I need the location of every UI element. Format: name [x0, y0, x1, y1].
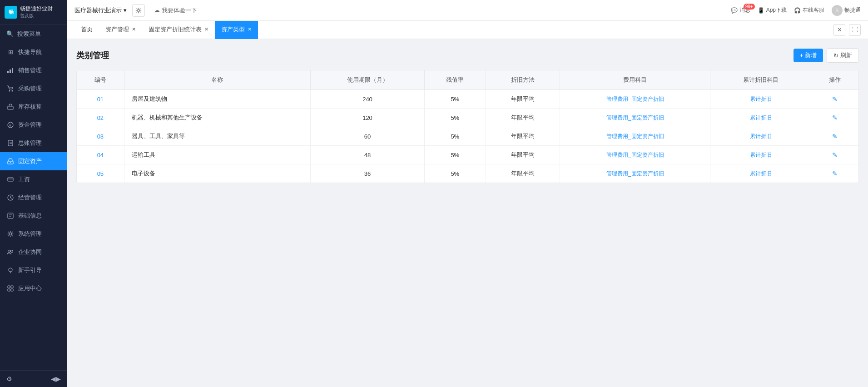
svg-rect-24 — [11, 286, 13, 288]
cell-expense: 管理费用_固定资产折旧 — [560, 90, 710, 109]
settings-gear-button[interactable] — [132, 4, 145, 17]
cell-accum: 累计折旧 — [710, 146, 811, 164]
sidebar-item-capital[interactable]: ¥ 资金管理 — [0, 116, 67, 134]
col-period: 使用期限（月） — [310, 70, 424, 90]
settings-bottom-icon[interactable]: ⚙ — [6, 375, 12, 382]
sidebar-item-wages[interactable]: 工资 — [0, 170, 67, 189]
search-menu[interactable]: 🔍 搜索菜单 — [0, 25, 67, 43]
sidebar-item-sales[interactable]: 销售管理 — [0, 61, 67, 79]
sidebar-item-operations[interactable]: 经营管理 — [0, 189, 67, 207]
sidebar-item-label: 资金管理 — [18, 121, 42, 129]
sidebar-item-purchase[interactable]: 采购管理 — [0, 79, 67, 98]
cell-period: 36 — [310, 164, 424, 183]
sidebar-item-label: 销售管理 — [18, 66, 42, 74]
online-service-button[interactable]: 🎧 在线客服 — [794, 6, 824, 14]
svg-point-4 — [12, 90, 13, 91]
sidebar: 畅 畅捷通好业财 普及版 🔍 搜索菜单 ⊞ 快捷导航 销售管理 采购管理 — [0, 0, 67, 387]
category-table-container: 编号 名称 使用期限（月） 残值率 折旧方法 费用科目 累计折旧科目 操作 01… — [76, 70, 859, 183]
cell-residual: 5% — [425, 127, 486, 146]
sidebar-item-guide[interactable]: 新手引导 — [0, 261, 67, 279]
edit-icon[interactable]: ✎ — [832, 114, 838, 121]
sidebar-item-basic-info[interactable]: 基础信息 — [0, 207, 67, 225]
tab-asset-mgmt-close[interactable]: ✕ — [132, 26, 136, 32]
app-logo: 畅 畅捷通好业财 普及版 — [0, 0, 67, 25]
header-right: 💬 消息 99+ 📱 App下载 🎧 在线客服 人 畅捷通 — [731, 5, 861, 16]
cell-method: 年限平均 — [486, 164, 560, 183]
cell-expense: 管理费用_固定资产折旧 — [560, 146, 710, 164]
sidebar-item-label: 企业协同 — [18, 248, 42, 256]
sidebar-item-system[interactable]: 系统管理 — [0, 225, 67, 243]
svg-rect-16 — [8, 213, 13, 218]
cell-residual: 5% — [425, 164, 486, 183]
cell-method: 年限平均 — [486, 146, 560, 164]
sidebar-item-ledger[interactable]: 总账管理 — [0, 134, 67, 152]
tab-asset-mgmt[interactable]: 资产管理 ✕ — [99, 21, 142, 39]
experience-button[interactable]: ☁ 我要体验一下 — [154, 6, 197, 15]
cell-operation[interactable]: ✎ — [811, 164, 858, 183]
cell-expense: 管理费用_固定资产折旧 — [560, 109, 710, 127]
tab-close-button[interactable]: ✕ — [833, 24, 845, 36]
sidebar-item-app-center[interactable]: 应用中心 — [0, 279, 67, 298]
edit-icon[interactable]: ✎ — [832, 151, 838, 159]
refresh-button[interactable]: ↻ 刷新 — [827, 48, 859, 63]
sidebar-bottom: ⚙ ◀▶ — [0, 370, 67, 387]
edit-icon[interactable]: ✎ — [832, 170, 838, 177]
cell-code: 01 — [77, 90, 124, 109]
sidebar-item-label: 总账管理 — [18, 139, 42, 147]
cell-expense: 管理费用_固定资产折旧 — [560, 164, 710, 183]
cell-operation[interactable]: ✎ — [811, 127, 858, 146]
tab-bar: 首页 资产管理 ✕ 固定资产折旧统计表 ✕ 资产类型 ✕ ✕ ⛶ — [67, 21, 868, 39]
sidebar-item-label: 系统管理 — [18, 230, 42, 238]
collapse-icon[interactable]: ◀▶ — [51, 375, 61, 382]
tab-depreciation-table-label: 固定资产折旧统计表 — [149, 25, 202, 34]
cell-operation[interactable]: ✎ — [811, 146, 858, 164]
messages-badge: 99+ — [744, 4, 755, 10]
tab-controls: ✕ ⛶ — [833, 24, 861, 36]
sidebar-item-label: 经营管理 — [18, 194, 42, 202]
svg-rect-23 — [8, 286, 10, 288]
edit-icon[interactable]: ✎ — [832, 95, 838, 103]
sidebar-item-inventory[interactable]: 库存核算 — [0, 98, 67, 116]
sidebar-item-enterprise[interactable]: 企业协同 — [0, 243, 67, 261]
messages-button[interactable]: 💬 消息 99+ — [731, 6, 750, 14]
edit-icon[interactable]: ✎ — [832, 133, 838, 140]
table-row: 05 电子设备 36 5% 年限平均 管理费用_固定资产折旧 累计折旧 ✎ — [77, 164, 858, 183]
cell-accum: 累计折旧 — [710, 109, 811, 127]
chevron-down-icon: ▾ — [124, 7, 127, 14]
quick-nav-icon: ⊞ — [6, 48, 15, 56]
tab-depreciation-table-close[interactable]: ✕ — [204, 26, 208, 32]
app-center-icon — [6, 284, 15, 293]
sidebar-item-quick-nav[interactable]: ⊞ 快捷导航 — [0, 43, 67, 61]
sidebar-item-fixed-assets[interactable]: 固定资产 — [0, 152, 67, 170]
sales-icon — [6, 66, 15, 74]
cell-residual: 5% — [425, 146, 486, 164]
svg-rect-5 — [8, 106, 13, 109]
svg-point-22 — [9, 268, 12, 272]
tab-maximize-button[interactable]: ⛶ — [849, 24, 861, 36]
industry-label: 医疗器械行业演示 — [74, 6, 122, 15]
table-header-row: 编号 名称 使用期限（月） 残值率 折旧方法 费用科目 累计折旧科目 操作 — [77, 70, 858, 90]
cell-operation[interactable]: ✎ — [811, 109, 858, 127]
cell-code: 02 — [77, 109, 124, 127]
user-menu[interactable]: 人 畅捷通 — [832, 5, 861, 16]
page-title-row: 类别管理 + 新增 ↻ 刷新 — [76, 48, 859, 63]
wages-icon — [6, 175, 15, 184]
sidebar-item-label: 快捷导航 — [18, 48, 42, 56]
tab-depreciation-table[interactable]: 固定资产折旧统计表 ✕ — [142, 21, 215, 39]
tab-home[interactable]: 首页 — [74, 21, 99, 39]
col-code: 编号 — [77, 70, 124, 90]
col-expense: 费用科目 — [560, 70, 710, 90]
app-download-button[interactable]: 📱 App下载 — [758, 6, 787, 14]
col-accum: 累计折旧科目 — [710, 70, 811, 90]
cell-accum: 累计折旧 — [710, 164, 811, 183]
industry-selector[interactable]: 医疗器械行业演示 ▾ — [74, 6, 127, 15]
service-icon: 🎧 — [794, 7, 801, 14]
cell-operation[interactable]: ✎ — [811, 90, 858, 109]
basic-info-icon — [6, 212, 15, 220]
tab-asset-type[interactable]: 资产类型 ✕ — [215, 21, 258, 39]
tab-asset-type-label: 资产类型 — [221, 25, 245, 34]
cell-method: 年限平均 — [486, 109, 560, 127]
new-button[interactable]: + 新增 — [794, 49, 823, 62]
svg-rect-2 — [12, 68, 13, 73]
tab-asset-type-close[interactable]: ✕ — [248, 26, 252, 32]
